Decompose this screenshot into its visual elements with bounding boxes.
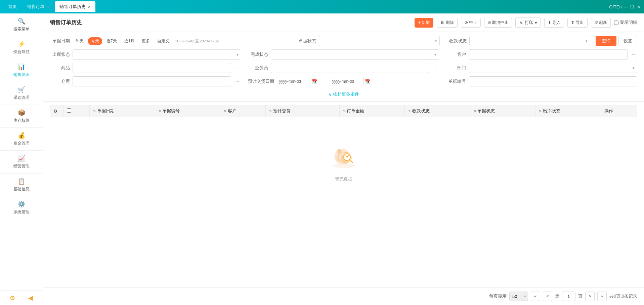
out-status-select[interactable]	[73, 49, 241, 60]
per-page-select-wrap: 50 10 20 100 ▾	[509, 292, 528, 301]
calendar-to-icon[interactable]: 📅	[365, 79, 371, 84]
close-sales-order-history-icon[interactable]: ✕	[88, 5, 91, 9]
filter-row-4: 仓库 ··· 预计交货日期 📅 — 📅	[50, 76, 637, 86]
filter-date: 单据日期 昨天 今天 近7天 近1月 更多 自定义 2023-06-02 至 2…	[50, 37, 289, 45]
filter-area: 单据日期 昨天 今天 近7天 近1月 更多 自定义 2023-06-02 至 2…	[43, 32, 644, 102]
prev-page-button[interactable]: <	[543, 292, 552, 301]
last-page-button[interactable]: »	[597, 292, 607, 301]
restore-button[interactable]: ❐	[630, 4, 634, 9]
sidebar-item-quicknav[interactable]: ⚡ 快捷导航	[0, 36, 43, 59]
goods-input[interactable]	[73, 63, 231, 73]
collapse-more-btn[interactable]: ∧ 收起更多条件	[50, 90, 637, 97]
expected-date-to-input[interactable]	[330, 77, 363, 86]
sidebar-item-basicinfo[interactable]: 📋 基础信息	[0, 174, 43, 196]
sidebar-system-label: 系统管理	[13, 209, 30, 215]
order-no-input[interactable]	[469, 76, 637, 86]
minimize-button[interactable]: ─	[625, 4, 628, 9]
close-sales-order-icon[interactable]: ✕	[46, 5, 49, 9]
yesterday-btn[interactable]: 昨天	[73, 37, 87, 45]
export-button[interactable]: ⬆ 导出	[567, 18, 587, 28]
delete-button[interactable]: 🗑 删除	[437, 18, 457, 28]
expected-date-from-wrap: 📅	[277, 77, 317, 86]
th-expected-date-label: 预计交货...	[273, 108, 294, 113]
sidebar-item-inventory[interactable]: 📦 库存核算	[0, 105, 43, 128]
out-status-label: 出库状态	[50, 51, 70, 58]
top-bar: 首页 销售订单 ✕ 销售订单历史 ✕ OfTEn ─ ❐ ✕	[0, 0, 644, 13]
main-layout: 🔍 搜索菜单 ⚡ 快捷导航 📊 销售管理 🛒 采购管理 📦 库存核算 💰 资金管…	[0, 13, 644, 305]
sidebar-sales-label: 销售管理	[13, 72, 30, 78]
next-page-button[interactable]: >	[585, 292, 595, 301]
th-settings[interactable]: ⚙	[50, 105, 63, 117]
sidebar-settings-icon[interactable]: ⚙	[10, 294, 15, 302]
settings-button[interactable]: 设置	[618, 36, 637, 46]
customer-input[interactable]	[469, 49, 627, 60]
th-customer[interactable]: ⇅ 客户	[220, 105, 266, 117]
stop-button[interactable]: ⊘ 中止	[461, 18, 481, 28]
filter-out-status: 出库状态 ▾	[50, 49, 241, 60]
salesman-label: 业务员	[248, 65, 268, 71]
warehouse-dots-icon[interactable]: ···	[234, 78, 241, 84]
print-button[interactable]: 🖨 打印 ▾	[515, 17, 541, 28]
sidebar-item-system[interactable]: ⚙️ 系统管理	[0, 196, 43, 219]
filter-row-2: 出库状态 ▾ 完成状态 ▾	[50, 49, 637, 60]
th-expected-date[interactable]: ⇅ 预计交货...	[266, 105, 340, 117]
custom-btn[interactable]: 自定义	[154, 37, 172, 45]
customer-dots-icon[interactable]: ···	[630, 51, 637, 58]
expected-date-from-input[interactable]	[277, 77, 310, 86]
sidebar-item-purchase[interactable]: 🛒 采购管理	[0, 82, 43, 105]
close-window-button[interactable]: ✕	[637, 4, 641, 9]
per-page-select[interactable]: 50 10 20 100	[509, 292, 528, 301]
payment-status-select[interactable]	[469, 36, 590, 46]
sidebar-basicinfo-label: 基础信息	[13, 186, 30, 192]
select-all-checkbox[interactable]	[67, 108, 71, 113]
filter-row-1: 单据日期 昨天 今天 近7天 近1月 更多 自定义 2023-06-02 至 2…	[50, 36, 637, 46]
sidebar-item-finance[interactable]: 💰 资金管理	[0, 128, 43, 151]
complete-status-select[interactable]	[271, 49, 439, 60]
sidebar-item-operations[interactable]: 📈 经营管理	[0, 151, 43, 174]
th-number[interactable]: ⇅ 单据编号	[155, 105, 220, 117]
salesman-input[interactable]	[271, 63, 429, 73]
department-select[interactable]	[469, 63, 637, 73]
goods-dots-icon[interactable]: ···	[234, 65, 241, 71]
sidebar-collapse-icon[interactable]: ◀	[28, 294, 33, 302]
query-button[interactable]: 查询	[596, 36, 616, 46]
cancel-stop-button[interactable]: ⊘ 取消中止	[484, 18, 512, 28]
th-amount[interactable]: ⇅ 订单金额	[339, 105, 405, 117]
table-settings-icon[interactable]: ⚙	[53, 109, 57, 114]
th-payment-status[interactable]: ⇅ 收款状态	[405, 105, 470, 117]
sidebar-item-sales[interactable]: 📊 销售管理	[0, 59, 43, 82]
operations-icon: 📈	[18, 155, 25, 162]
sales-icon: 📊	[18, 63, 25, 71]
th-order-status[interactable]: ⇅ 单据状态	[470, 105, 535, 117]
page-label: 第	[555, 293, 559, 299]
more-btn[interactable]: 更多	[139, 37, 153, 45]
tab-sales-order-history[interactable]: 销售订单历史 ✕	[55, 1, 95, 12]
display-detail-checkbox[interactable]	[614, 21, 618, 25]
tab-sales-order[interactable]: 销售订单 ✕	[22, 1, 54, 12]
warehouse-input[interactable]	[73, 76, 231, 86]
th-out-status[interactable]: ⇅ 出库状态	[535, 105, 601, 117]
current-page-input[interactable]	[562, 292, 575, 301]
import-button[interactable]: ⬇ 导入	[544, 18, 564, 28]
order-status-select[interactable]	[319, 36, 440, 46]
refresh-button[interactable]: ↺ 刷新	[591, 18, 611, 28]
salesman-dots-icon[interactable]: ···	[432, 65, 439, 71]
tab-sales-order-label: 销售订单	[27, 4, 44, 10]
today-btn[interactable]: 今天	[88, 37, 102, 45]
per-page-label: 每页显示	[489, 293, 507, 299]
tab-home[interactable]: 首页	[3, 1, 22, 12]
empty-text: 暂无数据	[335, 176, 352, 182]
first-page-button[interactable]: «	[531, 292, 540, 301]
customer-label: 客户	[446, 51, 466, 58]
calendar-from-icon[interactable]: 📅	[312, 79, 317, 84]
inventory-icon: 📦	[18, 109, 25, 116]
th-payment-status-label: 收款状态	[412, 108, 430, 113]
sidebar-item-search[interactable]: 🔍 搜索菜单	[0, 13, 43, 36]
new-button[interactable]: + 新增	[415, 18, 433, 28]
7days-btn[interactable]: 近7天	[103, 37, 120, 45]
th-date[interactable]: ⇅ 单据日期	[90, 105, 155, 117]
sort-number-icon: ⇅	[159, 109, 161, 113]
sort-date-icon: ⇅	[93, 109, 96, 113]
warehouse-label: 仓库	[50, 78, 70, 84]
1month-btn[interactable]: 近1月	[121, 37, 138, 45]
